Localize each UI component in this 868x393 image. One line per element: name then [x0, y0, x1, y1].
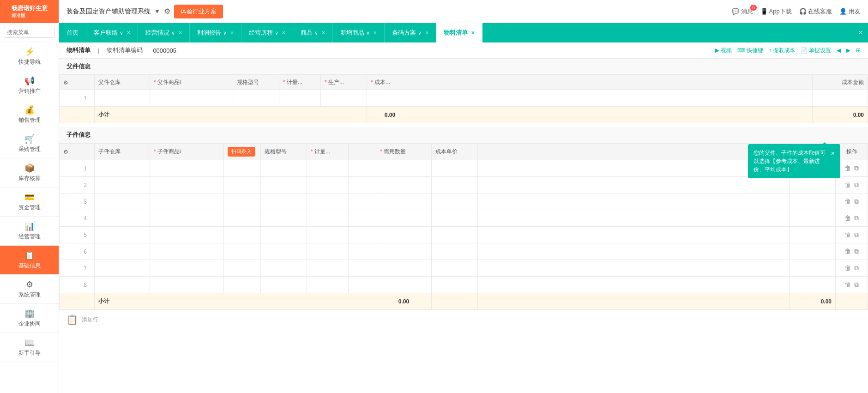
shortcut-btn[interactable]: ⌨ 快捷键: [737, 47, 763, 54]
child-table-header-row: ⚙ 子件仓库 * 子件商品ℹ 扫码录入 规格型号 * 计量... * 需用数量: [60, 144, 868, 160]
system-title: 装备及固定资产辅助管理系统: [66, 7, 151, 16]
sidebar-item-quick-nav[interactable]: ⚡ 快捷导航: [0, 42, 59, 71]
sidebar-item-basic-info[interactable]: 📋 基础信息: [0, 246, 59, 275]
video-btn[interactable]: ▶ 视频: [715, 47, 732, 54]
child-product-2[interactable]: [150, 177, 224, 193]
topbar-gear-icon[interactable]: ⚙: [164, 7, 170, 16]
close-icon[interactable]: ×: [322, 30, 325, 36]
close-icon[interactable]: ×: [179, 30, 182, 36]
delete-icon[interactable]: 🗑: [844, 264, 851, 272]
delete-icon[interactable]: 🗑: [844, 248, 851, 255]
child-product-1[interactable]: [150, 160, 224, 177]
sidebar-item-inventory[interactable]: 📦 库存核算: [0, 158, 59, 187]
online-service-link[interactable]: 🎧 在线客服: [799, 7, 832, 16]
copy-icon[interactable]: ⧉: [854, 164, 859, 172]
extract-cost-btn[interactable]: ↑ 提取成本: [769, 47, 795, 54]
add-row-icon[interactable]: 📋: [66, 314, 78, 325]
child-spec-2[interactable]: [261, 177, 307, 193]
message-icon: 💬: [732, 8, 739, 15]
delete-icon[interactable]: 🗑: [844, 214, 851, 222]
copy-icon[interactable]: ⧉: [854, 214, 859, 222]
tab-history[interactable]: 经营历程 ∨ ×: [241, 23, 293, 42]
message-badge[interactable]: 💬 消息 6: [732, 7, 753, 16]
child-warehouse-1[interactable]: [95, 160, 150, 177]
app-download-link[interactable]: 📱 App下载: [760, 7, 792, 16]
close-icon[interactable]: ×: [127, 30, 130, 36]
copy-icon[interactable]: ⧉: [854, 264, 859, 272]
child-qty-1[interactable]: [376, 160, 432, 177]
copy-icon[interactable]: ⧉: [854, 281, 859, 288]
sidebar-item-sales[interactable]: 💰 销售管理: [0, 100, 59, 129]
user-menu[interactable]: 👤 用友: [839, 7, 861, 16]
clipboard-icon: 📋: [24, 250, 35, 260]
sidebar-item-guide[interactable]: 📖 新手引导: [0, 333, 59, 362]
dropdown-arrow-icon[interactable]: ▼: [154, 8, 160, 15]
tab-bom[interactable]: 物料清单 ×: [436, 23, 482, 42]
parent-cell-warehouse-1[interactable]: [95, 90, 150, 107]
copy-icon[interactable]: ⧉: [854, 231, 859, 238]
chevron-down-icon: ∨: [171, 30, 175, 36]
child-unit-2[interactable]: [307, 177, 349, 193]
child-th-qty: * 需用数量: [376, 144, 432, 160]
close-icon[interactable]: ×: [374, 30, 377, 36]
child-th-gear[interactable]: ⚙: [60, 144, 76, 160]
sidebar-item-marketing[interactable]: 📢 营销推广: [0, 71, 59, 100]
nav-next-icon[interactable]: ▶: [846, 47, 850, 54]
parent-cell-produce-1[interactable]: [321, 90, 367, 107]
single-setting-btn[interactable]: 📄 单据设置: [801, 47, 831, 54]
close-icon[interactable]: ×: [282, 30, 285, 36]
delete-icon[interactable]: 🗑: [844, 198, 851, 205]
sidebar-item-system[interactable]: ⚙ 系统管理: [0, 275, 59, 304]
close-icon[interactable]: ×: [425, 30, 428, 36]
chevron-down-icon: ∨: [314, 30, 318, 36]
child-unit-1[interactable]: [307, 160, 349, 177]
child-spec-1[interactable]: [261, 160, 307, 177]
child-unitcost-2[interactable]: [432, 177, 478, 193]
app-name: 畅唐诺好生意: [12, 4, 48, 12]
copy-icon[interactable]: ⧉: [854, 198, 859, 205]
tab-home[interactable]: 首页: [59, 23, 86, 42]
trial-button[interactable]: 体验行业方案: [174, 5, 223, 18]
parent-table-container: ⚙ 父件仓库 * 父件商品ℹ 规格型号 * 计量... * 生产... * 成本…: [59, 75, 868, 123]
tooltip-text: 您的父件、子件的成本取值可以选择【参考成本、最新进价、平均成本】: [753, 150, 826, 173]
tab-goods[interactable]: 商品 ∨ ×: [293, 23, 333, 42]
parent-cell-cost-1[interactable]: [367, 90, 413, 107]
main-area: 装备及固定资产辅助管理系统 ▼ ⚙ 体验行业方案 💬 消息 6 📱 App下载 …: [59, 0, 868, 393]
tab-profit[interactable]: 利润报告 ∨ ×: [190, 23, 241, 42]
close-icon[interactable]: ×: [471, 30, 475, 36]
tab-barcode[interactable]: 条码方案 ∨ ×: [385, 23, 436, 42]
delete-icon[interactable]: 🗑: [844, 164, 851, 172]
child-scan-1: [224, 160, 261, 177]
child-warehouse-2[interactable]: [95, 177, 150, 193]
copy-icon[interactable]: ⧉: [854, 248, 859, 255]
parent-cell-product-1[interactable]: [150, 90, 233, 107]
delete-icon[interactable]: 🗑: [844, 281, 851, 288]
sidebar-item-finance[interactable]: 💳 资金管理: [0, 187, 59, 217]
delete-icon[interactable]: 🗑: [844, 231, 851, 238]
sidebar-item-enterprise[interactable]: 🏢 企业协同: [0, 304, 59, 333]
child-qty-2[interactable]: [376, 177, 432, 193]
copy-icon[interactable]: ⧉: [854, 181, 859, 188]
nav-close-all[interactable]: ×: [853, 29, 868, 37]
sidebar-label: 库存核算: [18, 175, 41, 182]
breadcrumb-bom[interactable]: 物料清单: [66, 46, 90, 54]
child-unitcost-1[interactable]: [432, 160, 478, 177]
search-input[interactable]: [4, 27, 55, 38]
grid-icon[interactable]: ⊞: [856, 47, 861, 54]
delete-icon[interactable]: 🗑: [844, 181, 851, 188]
tab-operation[interactable]: 经营情况 ∨ ×: [138, 23, 190, 42]
parent-cell-unit-1[interactable]: [279, 90, 321, 107]
parent-cell-spec-1[interactable]: [233, 90, 279, 107]
parent-th-gear[interactable]: ⚙: [60, 75, 76, 90]
tab-customer[interactable]: 客户联络 ∨ ×: [86, 23, 138, 42]
tab-new-goods[interactable]: 新增商品 ∨ ×: [333, 23, 385, 42]
scan-button[interactable]: 扫码录入: [228, 147, 255, 157]
close-icon[interactable]: ×: [230, 30, 234, 36]
nav-prev-icon[interactable]: ◀: [837, 47, 841, 54]
sidebar-item-purchase[interactable]: 🛒 采购管理: [0, 129, 59, 158]
child-th-spacer: [349, 144, 376, 160]
child-section-header: 子件信息: [59, 127, 868, 143]
sidebar-item-operations[interactable]: 📊 经营管理: [0, 217, 59, 246]
tooltip-close-btn[interactable]: ×: [831, 149, 835, 158]
sidebar-item-search[interactable]: [0, 23, 59, 42]
